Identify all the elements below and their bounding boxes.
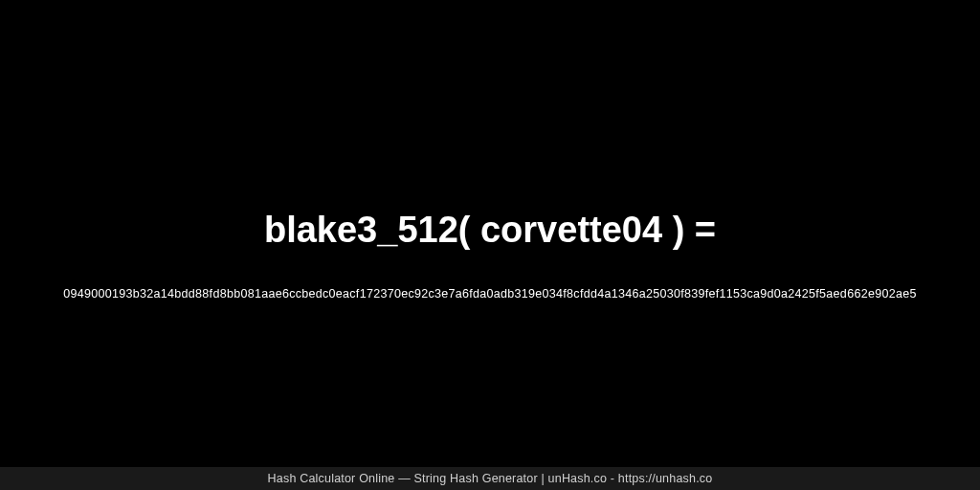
hash-expression: blake3_512( corvette04 ) = xyxy=(264,210,716,251)
footer-bar: Hash Calculator Online — String Hash Gen… xyxy=(0,467,980,490)
main-content: blake3_512( corvette04 ) = 0949000193b32… xyxy=(0,19,980,490)
footer-text: Hash Calculator Online — String Hash Gen… xyxy=(268,472,713,485)
hash-result: 0949000193b32a14bdd88fd8bb081aae6ccbedc0… xyxy=(63,287,916,301)
